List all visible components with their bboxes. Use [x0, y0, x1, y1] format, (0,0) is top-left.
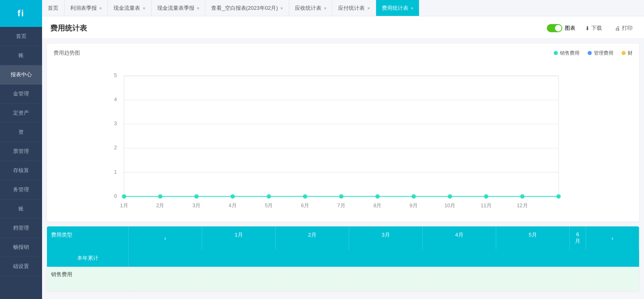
chart-svg: 0 1 2 3 4 5	[53, 61, 633, 216]
tab-payable-label: 应付统计表	[338, 4, 365, 12]
chart-header: 费用趋势图 销售费用 管理费用 财	[53, 49, 633, 57]
tab-cashflow-quarterly[interactable]: 现金流量表季报 ×	[152, 0, 205, 16]
sidebar-item-service[interactable]: 务管理	[0, 180, 42, 199]
tab-expense-close[interactable]: ×	[411, 6, 413, 11]
td-m5	[496, 267, 570, 282]
svg-text:3月: 3月	[192, 203, 201, 208]
legend-mgmt: 管理费用	[588, 50, 613, 57]
tab-home-label: 首页	[48, 4, 58, 12]
svg-point-25	[557, 194, 561, 199]
legend-finance-label: 财	[628, 50, 633, 57]
tab-profit-quarterly-close[interactable]: ×	[99, 6, 102, 11]
svg-rect-12	[124, 76, 559, 197]
legend-mgmt-dot	[588, 51, 592, 55]
td-nav-spacer	[129, 267, 202, 282]
tab-receivable-label: 应收统计表	[295, 4, 321, 12]
sidebar-item-sales-return[interactable]: 畅报销	[0, 238, 42, 257]
th-type: 费用类型	[47, 226, 129, 250]
chart-title: 费用趋势图	[53, 49, 80, 57]
sidebar-item-account[interactable]: 账	[0, 46, 42, 65]
td-m1	[202, 267, 276, 282]
svg-point-20	[375, 194, 380, 199]
legend-finance: 财	[622, 50, 633, 57]
download-label: 下载	[591, 24, 602, 32]
sidebar-item-report-center[interactable]: 报表中心	[0, 65, 42, 84]
svg-text:4月: 4月	[229, 203, 237, 208]
table-row: 销售费用	[47, 267, 639, 291]
svg-point-24	[520, 194, 525, 199]
tab-view-blank[interactable]: 查看_空白报表(2023年02月) ×	[205, 0, 289, 16]
legend-mgmt-label: 管理费用	[594, 50, 613, 57]
svg-point-16	[231, 194, 235, 199]
td-m3	[349, 267, 423, 282]
svg-text:5: 5	[114, 73, 117, 78]
tab-expense-label: 费用统计表	[382, 4, 408, 12]
print-button[interactable]: 🖨 打印	[612, 23, 636, 33]
tab-cashflow-quarterly-close[interactable]: ×	[197, 6, 199, 11]
tab-bar: 首页 利润表季报 × 现金流量表 × 现金流量表季报 × 查看_空白报表(202…	[42, 0, 644, 16]
print-label: 打印	[622, 24, 633, 32]
svg-text:2月: 2月	[156, 203, 164, 208]
table-header-row: 费用类型 ‹ 1月 2月 3月 4月 5月 6月 › 本年累计	[47, 226, 639, 267]
tab-cashflow-quarterly-label: 现金流量表季报	[157, 4, 194, 12]
tab-cashflow[interactable]: 现金流量表 ×	[108, 0, 151, 16]
chart-section: 费用趋势图 销售费用 管理费用 财	[47, 44, 639, 221]
svg-point-21	[412, 194, 416, 199]
tab-payable[interactable]: 应付统计表 ×	[332, 0, 376, 16]
svg-point-14	[158, 194, 163, 199]
expense-table: 费用类型 ‹ 1月 2月 3月 4月 5月 6月 › 本年累计 销售费用	[47, 226, 639, 291]
download-icon: ⬇	[585, 25, 590, 31]
tab-view-blank-close[interactable]: ×	[281, 6, 283, 11]
legend-sales-dot	[554, 51, 558, 55]
tab-home[interactable]: 首页	[42, 0, 65, 16]
svg-point-22	[448, 194, 452, 199]
th-m2: 2月	[276, 226, 349, 250]
sidebar-item-home[interactable]: 首页	[0, 27, 42, 46]
tab-expense[interactable]: 费用统计表 ×	[376, 0, 419, 16]
sidebar-item-accounting[interactable]: 账	[0, 199, 42, 219]
td-ytd	[47, 282, 129, 290]
sidebar-item-archive[interactable]: 档管理	[0, 219, 42, 238]
th-m1: 1月	[202, 226, 276, 250]
svg-text:0: 0	[114, 193, 117, 199]
svg-text:4: 4	[114, 97, 117, 102]
sidebar-item-inventory[interactable]: 存核算	[0, 161, 42, 180]
tab-cashflow-label: 现金流量表	[114, 4, 140, 12]
svg-text:9月: 9月	[410, 203, 418, 208]
sidebar-item-invoice[interactable]: 票管理	[0, 142, 42, 161]
download-button[interactable]: ⬇ 下载	[582, 23, 605, 33]
chart-toggle[interactable]	[547, 24, 562, 32]
legend-finance-dot	[622, 51, 626, 55]
td-m2	[276, 267, 349, 282]
th-m4: 4月	[423, 226, 496, 250]
svg-point-18	[303, 194, 308, 199]
sidebar-item-fund-mgmt[interactable]: 金管理	[0, 84, 42, 104]
page-content: 费用统计表 图表 ⬇ 下载 🖨 打印 费用趋势图	[42, 16, 644, 299]
sidebar-item-basic-settings[interactable]: 础设置	[0, 257, 42, 276]
sidebar-item-capital[interactable]: 资	[0, 123, 42, 142]
table-body: 销售费用	[47, 267, 639, 291]
tab-profit-quarterly[interactable]: 利润表季报 ×	[65, 0, 108, 16]
page-actions: 图表 ⬇ 下载 🖨 打印	[547, 23, 636, 33]
svg-text:7月: 7月	[337, 203, 345, 208]
th-nav-next[interactable]: ›	[586, 226, 639, 250]
tab-cashflow-close[interactable]: ×	[143, 6, 145, 11]
th-nav-prev[interactable]: ‹	[129, 226, 202, 250]
chart-toggle-label: 图表	[565, 24, 575, 32]
tab-payable-close[interactable]: ×	[367, 6, 370, 11]
tab-receivable-close[interactable]: ×	[324, 6, 326, 11]
svg-text:11月: 11月	[481, 203, 492, 208]
tab-profit-quarterly-label: 利润表季报	[70, 4, 97, 12]
svg-point-13	[122, 194, 127, 199]
th-m3: 3月	[349, 226, 423, 250]
tab-receivable[interactable]: 应收统计表 ×	[289, 0, 332, 16]
sidebar-item-fixed-assets[interactable]: 定资产	[0, 104, 42, 123]
th-m6: 6月	[570, 226, 586, 250]
main-area: 首页 利润表季报 × 现金流量表 × 现金流量表季报 × 查看_空白报表(202…	[42, 0, 644, 299]
sidebar-logo: fi	[0, 0, 42, 27]
svg-text:10月: 10月	[444, 203, 455, 208]
td-m4	[423, 267, 496, 282]
td-m6	[570, 267, 586, 282]
th-ytd: 本年累计	[47, 250, 129, 267]
td-type: 销售费用	[47, 267, 129, 282]
